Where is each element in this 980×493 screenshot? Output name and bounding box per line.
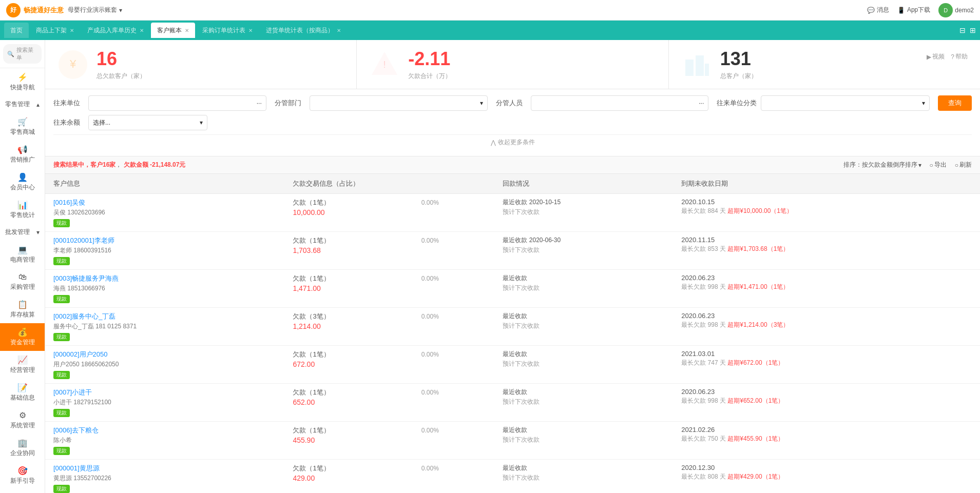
export-icon: ○ xyxy=(930,162,933,169)
sidebar-item-app-center[interactable]: 📱 应用中心 xyxy=(0,489,45,493)
debt-ratio-1: 0.00% xyxy=(421,237,487,244)
sidebar: 🔍 搜索菜单 ⚡ 快捷导航 零售管理 ▴ 🛒 零售商城 📢 营销推广 👤 会员中… xyxy=(0,40,45,493)
collapse-more-btn[interactable]: ⋀ 收起更多条件 xyxy=(53,134,972,150)
stat-help-btn[interactable]: ? 帮助 xyxy=(951,52,968,61)
return-next-2: 预计下次收款 xyxy=(503,284,665,292)
refresh-btn[interactable]: ○ 刷新 xyxy=(955,161,972,169)
tab-production-close[interactable]: ✕ xyxy=(140,28,144,33)
user-avatar: D xyxy=(938,3,953,17)
result-actions: 排序：按欠款金额倒序排序 ▾ ○ 导出 ○ 刷新 xyxy=(843,161,972,169)
debt-count-7: 欠款（1笔） xyxy=(293,464,405,473)
overdue-link-0[interactable]: 超期¥10,000.00（1笔） xyxy=(727,207,793,214)
app-download-btn[interactable]: 📱 App下载 xyxy=(897,6,930,14)
result-bar: 搜索结果中，客户16家， 欠款金额 -21,148.07元 排序：按欠款金额倒序… xyxy=(45,156,980,174)
debt-total-icon: ! xyxy=(369,49,400,80)
col-header-customer: 客户信息 xyxy=(45,174,284,194)
sidebar-item-retail-manage[interactable]: 零售管理 ▴ xyxy=(0,96,45,113)
store-selector[interactable]: 母婴行业演示账套 ▾ xyxy=(68,6,122,14)
debt-count-3: 欠款（3笔） xyxy=(293,312,405,321)
sidebar-item-finance[interactable]: 💰 资金管理 xyxy=(0,323,45,351)
overdue-link-6[interactable]: 超期¥455.90（1笔） xyxy=(727,435,784,442)
tab-expand-icon[interactable]: ⊞ xyxy=(970,26,976,34)
dept-select[interactable]: ▾ xyxy=(310,95,488,111)
sort-select[interactable]: 排序：按欠款金额倒序排序 ▾ xyxy=(843,161,921,169)
main-layout: 🔍 搜索菜单 ⚡ 快捷导航 零售管理 ▴ 🛒 零售商城 📢 营销推广 👤 会员中… xyxy=(0,40,980,493)
customer-name-3[interactable]: [0002]服务中心_丁磊 xyxy=(53,312,276,321)
cell-due-date-5: 2020.06.23 最长欠款 998 天 超期¥652.00（1笔） xyxy=(673,384,980,422)
sidebar-item-retail-stat[interactable]: 📊 零售统计 xyxy=(0,196,45,224)
overdue-link-4[interactable]: 超期¥672.00（1笔） xyxy=(727,359,784,366)
message-btn[interactable]: 💬 消息 xyxy=(867,6,889,14)
sidebar-item-retail-store[interactable]: 🛒 零售商城 xyxy=(0,113,45,141)
overdue-link-1[interactable]: 超期¥1,703.68（1笔） xyxy=(727,245,789,252)
source-unit-input[interactable]: ··· xyxy=(88,95,266,111)
sidebar-item-enterprise[interactable]: 🏢 企业协同 xyxy=(0,434,45,462)
video-icon: ▶ xyxy=(927,53,931,61)
sort-label: 排序：按欠款金额倒序排序 xyxy=(843,161,917,169)
cell-customer-0: [0016]吴俊 吴俊 13026203696 现款 xyxy=(45,194,284,232)
collapse-icon: ⋀ xyxy=(491,139,496,146)
tab-products[interactable]: 商品上下架 ✕ xyxy=(30,23,80,38)
customer-phone-5: 小进干 18279152100 xyxy=(53,398,276,407)
export-label: 导出 xyxy=(934,161,947,169)
user-btn[interactable]: D demo2 xyxy=(938,3,974,17)
tab-collapse-icon[interactable]: ⊟ xyxy=(959,26,966,34)
result-debt-value: -21,148.07元 xyxy=(150,161,185,168)
customer-name-1[interactable]: [0001020001]李老师 xyxy=(53,236,276,245)
tab-purchase-order[interactable]: 采购订单统计表 ✕ xyxy=(196,23,259,38)
debt-amount-1: 1,703.68 xyxy=(293,246,405,254)
sidebar-item-marketing[interactable]: 📢 营销推广 xyxy=(0,141,45,168)
customer-name-6[interactable]: [0006]去下粮仓 xyxy=(53,426,276,435)
search-btn[interactable]: 查询 xyxy=(938,95,972,111)
tab-import-stat-close[interactable]: ✕ xyxy=(337,28,341,33)
overdue-link-5[interactable]: 超期¥652.00（1笔） xyxy=(727,397,784,404)
unit-category-select[interactable]: ▾ xyxy=(761,95,930,111)
due-date-0: 2020.10.15 xyxy=(681,198,972,206)
customer-name-0[interactable]: [0016]吴俊 xyxy=(53,198,276,207)
app-logo-text: 畅捷通好生意 xyxy=(24,6,64,15)
customer-name-2[interactable]: [0003]畅捷服务尹海燕 xyxy=(53,274,276,283)
debt-amount-0: 10,000.00 xyxy=(293,208,405,216)
customer-name-4[interactable]: [000002]用户2050 xyxy=(53,350,276,359)
wholesale-arrow-icon: ▾ xyxy=(36,229,40,236)
sidebar-item-new-guide[interactable]: 🎯 新手引导 xyxy=(0,462,45,489)
tab-customer-account[interactable]: 客户账本 ✕ xyxy=(151,23,195,38)
svg-rect-5 xyxy=(696,55,704,76)
sidebar-item-ecommerce[interactable]: 💻 电商管理 xyxy=(0,241,45,268)
cell-debt-ratio-7: 0.00% xyxy=(413,460,495,494)
overdue-link-2[interactable]: 超期¥1,471.00（1笔） xyxy=(727,283,789,290)
tab-customer-account-close[interactable]: ✕ xyxy=(185,28,189,33)
sidebar-item-inventory[interactable]: 📋 库存核算 xyxy=(0,295,45,323)
export-btn[interactable]: ○ 导出 xyxy=(930,161,947,169)
overdue-link-7[interactable]: 超期¥429.00（1笔） xyxy=(727,473,784,480)
balance-select[interactable]: 选择... ▾ xyxy=(88,115,207,130)
sidebar-item-purchase[interactable]: 🛍 采购管理 xyxy=(0,268,45,295)
tab-home[interactable]: 首页 xyxy=(4,23,29,38)
tab-production[interactable]: 产成品入库单历史 ✕ xyxy=(81,23,150,38)
overdue-link-3[interactable]: 超期¥1,214.00（3笔） xyxy=(727,321,789,328)
customer-name-7[interactable]: [000001]黄思源 xyxy=(53,464,276,473)
cell-return-0: 最近收款 2020-10-15 预计下次收款 xyxy=(494,194,673,232)
customer-name-5[interactable]: [0007]小进干 xyxy=(53,388,276,397)
sidebar-item-quick-nav[interactable]: ⚡ 快捷导航 xyxy=(0,68,45,96)
sidebar-item-wholesale[interactable]: 批发管理 ▾ xyxy=(0,224,45,241)
sidebar-item-operation[interactable]: 📈 经营管理 xyxy=(0,351,45,379)
tab-import-stat[interactable]: 进货单统计表（按商品） ✕ xyxy=(260,23,347,38)
cell-due-date-3: 2020.06.23 最长欠款 998 天 超期¥1,214.00（3笔） xyxy=(673,308,980,346)
sidebar-item-member[interactable]: 👤 会员中心 xyxy=(0,168,45,196)
cell-customer-5: [0007]小进干 小进干 18279152100 现款 xyxy=(45,384,284,422)
tab-products-close[interactable]: ✕ xyxy=(70,28,74,33)
svg-text:!: ! xyxy=(383,60,386,70)
person-input[interactable]: ··· xyxy=(531,95,709,111)
sidebar-search-box[interactable]: 🔍 搜索菜单 xyxy=(3,44,42,64)
debt-customers-icon: ¥ xyxy=(57,49,88,80)
cell-debt-count-6: 欠款（1笔） 455.90 xyxy=(284,422,413,460)
tab-purchase-order-close[interactable]: ✕ xyxy=(248,28,253,33)
sidebar-item-system[interactable]: ⚙ 系统管理 xyxy=(0,406,45,434)
cell-debt-ratio-0: 0.00% xyxy=(413,194,495,232)
sidebar-item-basic-info[interactable]: 📝 基础信息 xyxy=(0,379,45,406)
customer-phone-0: 吴俊 13026203696 xyxy=(53,208,276,217)
customer-phone-1: 李老师 18600391516 xyxy=(53,246,276,255)
result-debt-label: 欠款金额 xyxy=(124,161,148,168)
stat-video-btn[interactable]: ▶ 视频 xyxy=(927,52,945,61)
